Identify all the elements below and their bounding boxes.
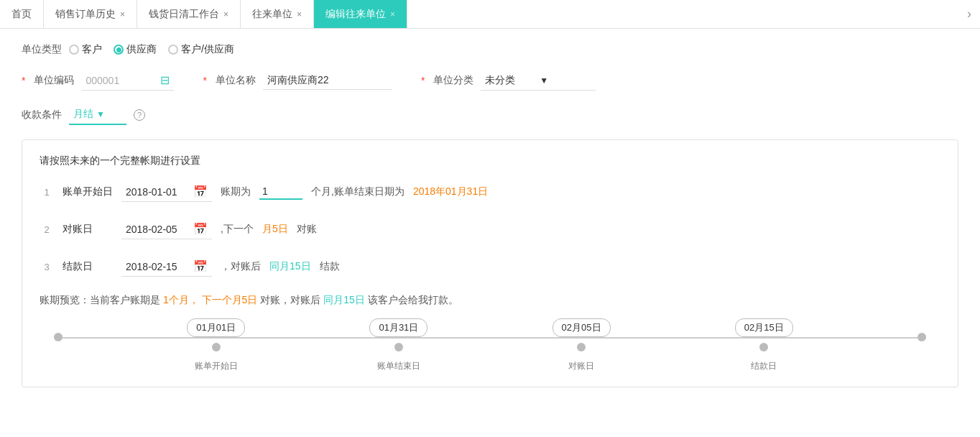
radio-circle-supplier: [114, 45, 124, 55]
tab-partner[interactable]: 往来单位 ×: [241, 0, 314, 28]
unit-info-row: * 单位编码 ⊟ * 单位名称 * 单位分类 未分类 ▼: [22, 70, 958, 91]
period-end-date: 2018年01月31日: [413, 185, 488, 198]
reconcile-pre: ,下一个: [221, 223, 254, 236]
tl-desc-2: 账单结束日: [377, 360, 420, 372]
payment-date-field: 📅: [121, 257, 212, 277]
preview-1month: 1个月，: [163, 294, 199, 305]
period-desc-pre: 账期为: [221, 185, 251, 198]
tl-node-2: [394, 343, 403, 351]
payment-date-highlight: 同月15日: [269, 260, 311, 273]
unit-code-label: 单位编码: [34, 74, 74, 87]
payment-label: 收款条件: [22, 109, 62, 121]
required-name: *: [203, 75, 206, 86]
unit-category-label: 单位分类: [433, 74, 473, 87]
payment-date-row: 3 结款日 📅 ，对账后 同月15日 结款: [40, 257, 940, 277]
radio-circle-customer: [69, 45, 79, 55]
radio-supplier[interactable]: 供应商: [114, 43, 157, 56]
tl-point-3: 02月05日 对账日: [553, 318, 611, 372]
preview-pre: 账期预览：当前客户账期是: [40, 294, 160, 305]
payment-select[interactable]: 月结 ▼: [69, 105, 126, 125]
unit-code-copy-icon[interactable]: ⊟: [160, 73, 170, 87]
reconcile-date-label: 对账日: [63, 223, 113, 236]
expand-tabs-button[interactable]: ›: [958, 0, 980, 28]
row-num-3: 3: [40, 262, 54, 272]
unit-type-radio-group: 客户 供应商 客户/供应商: [69, 43, 234, 56]
close-sales-history[interactable]: ×: [120, 9, 125, 19]
payment-value: 月结: [73, 108, 93, 121]
start-date-field: 📅: [121, 182, 212, 202]
unit-name-label: 单位名称: [216, 74, 256, 87]
radio-label-customer: 客户: [82, 43, 102, 56]
payment-chevron-icon: ▼: [96, 109, 105, 119]
unit-category-select[interactable]: 未分类 ▼: [481, 71, 596, 91]
unit-name-input[interactable]: [263, 72, 392, 90]
tl-right-dot: [917, 333, 926, 341]
reconcile-post: 对账: [297, 223, 317, 236]
payment-date-input[interactable]: [126, 261, 190, 272]
tab-cash-work[interactable]: 钱货日清工作台 ×: [137, 0, 241, 28]
radio-label-supplier: 供应商: [126, 43, 157, 56]
tl-desc-3: 对账日: [568, 360, 594, 372]
tab-edit-partner[interactable]: 编辑往来单位 ×: [314, 0, 407, 28]
tl-node-3: [577, 343, 586, 351]
tl-point-1: 01月01日 账单开始日: [187, 318, 245, 372]
tl-left-dot: [54, 333, 63, 341]
reconcile-highlight: 月5日: [262, 223, 288, 236]
chevron-down-icon: ▼: [540, 75, 591, 86]
preview-text: 账期预览：当前客户账期是 1个月， 下一个月5日 对账，对账后 同月15日 该客…: [40, 294, 940, 307]
close-partner[interactable]: ×: [297, 9, 302, 19]
unit-code-input[interactable]: [85, 75, 157, 86]
payment-date-pre: ，对账后: [221, 260, 261, 273]
payment-date-label: 结款日: [63, 260, 113, 273]
unit-code-field: ⊟: [81, 70, 174, 91]
tab-bar: 首页 销售订单历史 × 钱货日清工作台 × 往来单位 × 编辑往来单位 × ›: [0, 0, 980, 29]
payment-date-calendar-icon[interactable]: 📅: [193, 259, 208, 273]
tab-home[interactable]: 首页: [0, 0, 44, 28]
tl-label-4: 02月15日: [735, 318, 793, 337]
tl-point-4: 02月15日 结款日: [735, 318, 793, 372]
preview-reconcile: 下一个月5日: [202, 294, 258, 305]
reconcile-date-input[interactable]: [126, 224, 190, 235]
unit-category-value: 未分类: [485, 74, 537, 87]
period-desc-post: 个月,账单结束日期为: [311, 185, 405, 198]
radio-circle-both: [168, 45, 178, 55]
row-num-2: 2: [40, 224, 54, 235]
tl-label-3: 02月05日: [553, 318, 611, 337]
tl-node-1: [212, 343, 221, 351]
radio-both[interactable]: 客户/供应商: [168, 43, 234, 56]
start-date-label: 账单开始日: [63, 185, 113, 198]
start-date-row: 1 账单开始日 📅 账期为 个月,账单结束日期为 2018年01月31日: [40, 182, 940, 202]
payment-date-post: 结款: [320, 260, 340, 273]
close-edit-partner[interactable]: ×: [390, 9, 395, 19]
tab-sales-history[interactable]: 销售订单历史 ×: [44, 0, 137, 28]
timeline-start-dot: [54, 333, 63, 341]
close-cash-work[interactable]: ×: [223, 9, 228, 19]
reconcile-date-calendar-icon[interactable]: 📅: [193, 222, 208, 236]
unit-type-label: 单位类型: [22, 43, 62, 56]
tl-label-2: 01月31日: [369, 318, 427, 337]
start-date-calendar-icon[interactable]: 📅: [193, 185, 208, 198]
timeline-end-dot: [917, 333, 926, 341]
tl-label-1: 01月01日: [187, 318, 245, 337]
radio-label-both: 客户/供应商: [181, 43, 234, 56]
period-setting-section: 请按照未来的一个完整帐期进行设置 1 账单开始日 📅 账期为 个月,账单结束日期…: [22, 139, 958, 387]
required-code: *: [22, 75, 25, 86]
required-category: *: [421, 75, 425, 86]
reconcile-date-field: 📅: [121, 219, 212, 239]
preview-payment-date: 同月15日: [323, 294, 365, 305]
radio-customer[interactable]: 客户: [69, 43, 102, 56]
unit-type-row: 单位类型 客户 供应商 客户/供应商: [22, 43, 958, 56]
section-title: 请按照未来的一个完整帐期进行设置: [40, 155, 940, 167]
payment-row: 收款条件 月结 ▼ ?: [22, 105, 958, 125]
period-months-input[interactable]: [259, 184, 302, 200]
tl-desc-4: 结款日: [751, 360, 777, 372]
tl-point-2: 01月31日 账单结束日: [369, 318, 427, 372]
tl-desc-1: 账单开始日: [195, 360, 238, 372]
start-date-input[interactable]: [126, 186, 190, 198]
reconcile-date-row: 2 对账日 📅 ,下一个 月5日 对账: [40, 219, 940, 239]
timeline-wrapper: 01月01日 账单开始日 01月31日 账单结束日 02月05日 对账日: [40, 318, 940, 372]
help-icon[interactable]: ?: [134, 109, 145, 121]
main-content: 单位类型 客户 供应商 客户/供应商 * 单位编码 ⊟ * 单位名称 *: [0, 29, 980, 437]
preview-reconcile-text: 对账，对账后: [260, 294, 320, 305]
preview-end: 该客户会给我打款。: [368, 294, 458, 305]
